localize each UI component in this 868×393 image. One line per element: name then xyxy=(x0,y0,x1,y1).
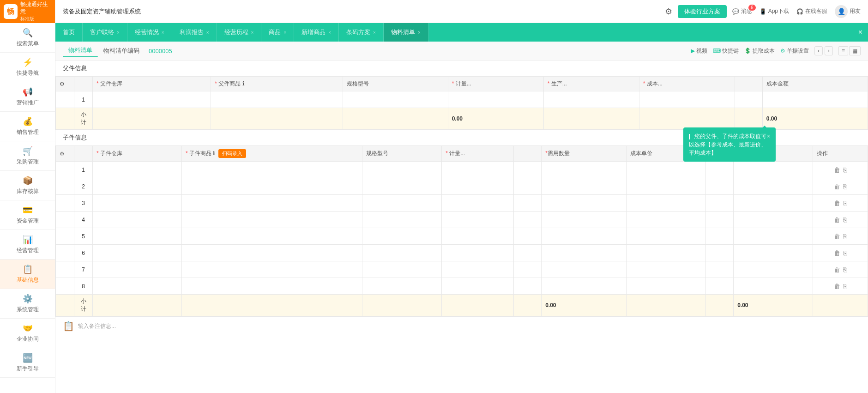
parent-col-settings[interactable]: ⚙ xyxy=(56,77,74,91)
child-row2-warehouse[interactable] xyxy=(93,178,182,195)
child-row7-delete-btn[interactable]: 🗑 xyxy=(834,266,840,273)
tab-product-close[interactable]: × xyxy=(283,30,286,35)
child-row3-qty[interactable] xyxy=(542,195,627,212)
child-row1-unit[interactable] xyxy=(442,162,514,178)
parent-row1-warehouse[interactable] xyxy=(93,91,211,108)
tab-product[interactable]: 商品 × xyxy=(261,23,294,42)
sidebar-item-marketing[interactable]: 📢 营销推广 xyxy=(0,82,55,112)
sidebar-item-finance[interactable]: 💳 资金管理 xyxy=(0,200,55,230)
child-row6-spec[interactable] xyxy=(362,245,442,261)
child-row3-unit-cost[interactable] xyxy=(627,195,706,212)
child-row5-product[interactable] xyxy=(182,228,362,245)
child-row1-spec[interactable] xyxy=(362,162,442,178)
child-row8-unit[interactable] xyxy=(442,278,514,295)
sidebar-item-enterprise[interactable]: 🤝 企业协同 xyxy=(0,319,55,348)
tab-customer-close[interactable]: × xyxy=(117,30,120,35)
tab-barcode-close[interactable]: × xyxy=(373,30,376,35)
sidebar-item-system[interactable]: ⚙️ 系统管理 xyxy=(0,289,55,319)
child-row2-qty[interactable] xyxy=(542,178,627,195)
child-row3-warehouse[interactable] xyxy=(93,195,182,212)
child-row1-qty[interactable] xyxy=(542,162,627,178)
parent-row1-cost[interactable] xyxy=(639,91,735,108)
tab-profit-close[interactable]: × xyxy=(206,30,209,35)
child-row8-warehouse[interactable] xyxy=(93,278,182,295)
sidebar-item-quick-nav[interactable]: ⚡ 快捷导航 xyxy=(0,53,55,82)
tab-profit[interactable]: 利润报告 × xyxy=(172,23,217,42)
child-row4-delete-btn[interactable]: 🗑 xyxy=(834,216,840,224)
child-row8-qty[interactable] xyxy=(542,278,627,295)
sidebar-item-guide[interactable]: 🆕 新手引导 xyxy=(0,348,55,378)
child-row2-spec[interactable] xyxy=(362,178,442,195)
tab-customer[interactable]: 客户联络 × xyxy=(83,23,127,42)
child-row7-unit[interactable] xyxy=(442,261,514,278)
child-row4-unit[interactable] xyxy=(442,212,514,228)
child-row3-product[interactable] xyxy=(182,195,362,212)
tooltip-close-btn[interactable]: × xyxy=(767,132,770,140)
parent-row1-spec[interactable] xyxy=(343,91,448,108)
parent-row1-product[interactable] xyxy=(211,91,343,108)
sub-tab-bom-list[interactable]: 物料清单 xyxy=(63,44,98,57)
tab-home[interactable]: 首页 xyxy=(55,23,83,42)
child-row8-product[interactable] xyxy=(182,278,362,295)
child-row6-copy-btn[interactable]: ⎘ xyxy=(843,249,847,257)
parent-row1-unit[interactable] xyxy=(448,91,543,108)
child-row3-unit[interactable] xyxy=(442,195,514,212)
child-row8-copy-btn[interactable]: ⎘ xyxy=(843,283,847,290)
tab-barcode[interactable]: 条码方案 × xyxy=(339,23,384,42)
child-row8-delete-btn[interactable]: 🗑 xyxy=(834,283,840,290)
child-row5-unit[interactable] xyxy=(442,228,514,245)
tab-new-product-close[interactable]: × xyxy=(328,30,331,35)
view-list-btn[interactable]: ≡ xyxy=(838,46,848,55)
child-row5-warehouse[interactable] xyxy=(93,228,182,245)
tab-history-close[interactable]: × xyxy=(251,30,254,35)
nav-next-btn[interactable]: › xyxy=(825,46,833,55)
child-row8-unit-cost[interactable] xyxy=(627,278,706,295)
child-row2-delete-btn[interactable]: 🗑 xyxy=(834,183,840,190)
sidebar-item-search[interactable]: 🔍 搜索菜单 xyxy=(0,23,55,53)
message-btn[interactable]: 💬 消息 6 xyxy=(732,7,752,15)
user-btn[interactable]: 👤 用友 xyxy=(835,5,861,18)
child-row1-product[interactable] xyxy=(182,162,362,178)
view-grid-btn[interactable]: ▦ xyxy=(849,46,861,55)
child-row7-qty[interactable] xyxy=(542,261,627,278)
child-row7-spec[interactable] xyxy=(362,261,442,278)
child-row4-spec[interactable] xyxy=(362,212,442,228)
sidebar-item-purchase[interactable]: 🛒 采购管理 xyxy=(0,141,55,171)
cost-action[interactable]: 💲 提取成本 xyxy=(744,47,775,55)
child-row2-unit[interactable] xyxy=(442,178,514,195)
tab-business[interactable]: 经营情况 × xyxy=(127,23,172,42)
parent-row1-produce[interactable] xyxy=(543,91,639,108)
tab-new-product[interactable]: 新增商品 × xyxy=(294,23,339,42)
tab-history[interactable]: 经营历程 × xyxy=(217,23,262,42)
child-row2-unit-cost[interactable] xyxy=(627,178,706,195)
child-row4-warehouse[interactable] xyxy=(93,212,182,228)
child-col-settings[interactable]: ⚙ xyxy=(56,146,74,162)
shortcut-action[interactable]: ⌨ 快捷键 xyxy=(713,47,739,55)
child-row6-delete-btn[interactable]: 🗑 xyxy=(834,249,840,257)
scan-input-btn[interactable]: 扫码录入 xyxy=(218,149,246,158)
child-row3-spec[interactable] xyxy=(362,195,442,212)
child-row4-qty[interactable] xyxy=(542,212,627,228)
child-row3-delete-btn[interactable]: 🗑 xyxy=(834,200,840,207)
child-row5-qty[interactable] xyxy=(542,228,627,245)
child-row2-product[interactable] xyxy=(182,178,362,195)
child-row4-unit-cost[interactable] xyxy=(627,212,706,228)
app-download-btn[interactable]: 📱 App下载 xyxy=(760,7,789,15)
tab-business-close[interactable]: × xyxy=(162,30,164,35)
tab-bom[interactable]: 物料清单 × xyxy=(384,23,428,42)
child-row6-unit-cost[interactable] xyxy=(627,245,706,261)
child-row5-copy-btn[interactable]: ⎘ xyxy=(843,233,847,240)
video-action[interactable]: ▶ 视频 xyxy=(691,47,707,55)
child-row6-product[interactable] xyxy=(182,245,362,261)
child-row7-warehouse[interactable] xyxy=(93,261,182,278)
child-row4-product[interactable] xyxy=(182,212,362,228)
child-row5-spec[interactable] xyxy=(362,228,442,245)
child-row1-copy-btn[interactable]: ⎘ xyxy=(843,166,847,174)
nav-close-all[interactable]: × xyxy=(853,28,868,36)
service-btn[interactable]: 🎧 在线客服 xyxy=(796,7,827,15)
child-row7-unit-cost[interactable] xyxy=(627,261,706,278)
sub-tab-bom-code[interactable]: 物料清单编码 xyxy=(98,45,145,57)
child-row6-unit[interactable] xyxy=(442,245,514,261)
child-row1-delete-btn[interactable]: 🗑 xyxy=(834,166,840,174)
child-row6-warehouse[interactable] xyxy=(93,245,182,261)
